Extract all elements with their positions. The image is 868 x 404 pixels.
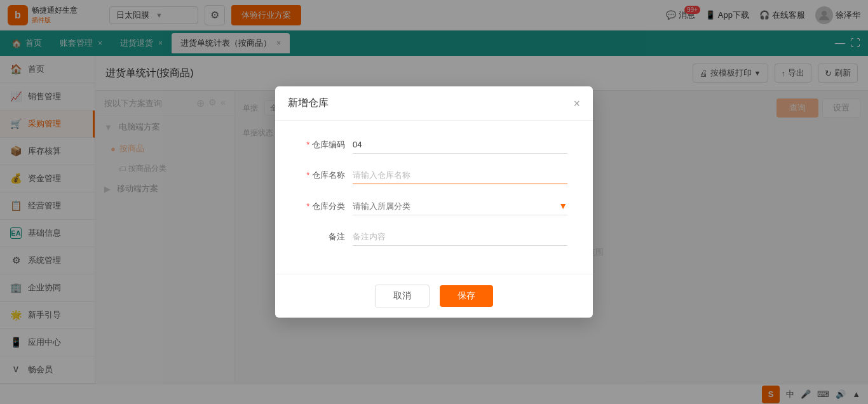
category-input[interactable] <box>353 201 559 211</box>
name-input[interactable] <box>353 166 567 184</box>
form-row-name: 仓库名称 <box>301 166 567 184</box>
main-layout: 🏠 首页 📈 销售管理 🛒 采购管理 📦 库存核算 💰 资金管理 📋 经营管理 … <box>0 56 868 404</box>
note-label: 备注 <box>301 231 345 243</box>
modal-header: 新增仓库 × <box>275 86 593 121</box>
modal-overlay[interactable]: 新增仓库 × 仓库编码 仓库名称 仓库分类 <box>95 56 868 404</box>
category-select[interactable]: ▼ <box>353 197 567 215</box>
add-warehouse-modal: 新增仓库 × 仓库编码 仓库名称 仓库分类 <box>275 86 593 318</box>
name-label: 仓库名称 <box>301 170 345 181</box>
cancel-button[interactable]: 取消 <box>375 285 430 307</box>
code-input[interactable] <box>353 136 567 154</box>
content-area: 进货单统计(按商品) 🖨 按模板打印 ▼ ↑ 导出 ↻ 刷新 <box>95 56 868 404</box>
chevron-down-icon: ▼ <box>559 201 567 211</box>
form-row-code: 仓库编码 <box>301 136 567 154</box>
category-label: 仓库分类 <box>301 201 345 212</box>
save-button[interactable]: 保存 <box>440 285 493 307</box>
modal-title: 新增仓库 <box>288 97 329 110</box>
modal-footer: 取消 保存 <box>275 274 593 318</box>
note-input[interactable] <box>353 228 567 246</box>
form-row-category: 仓库分类 ▼ <box>301 197 567 215</box>
modal-close-button[interactable]: × <box>573 98 580 109</box>
modal-body: 仓库编码 仓库名称 仓库分类 ▼ <box>275 121 593 274</box>
code-label: 仓库编码 <box>301 139 345 151</box>
form-row-note: 备注 <box>301 228 567 246</box>
